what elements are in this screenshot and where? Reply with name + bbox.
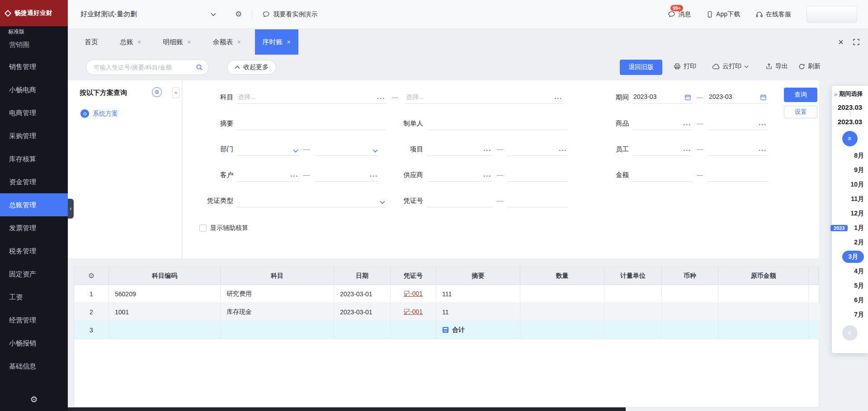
amount-to-input[interactable] bbox=[708, 168, 768, 182]
tab-detail-ledger[interactable]: 明细账 × bbox=[155, 29, 198, 55]
month-item[interactable]: 7月 bbox=[854, 307, 864, 322]
table-row[interactable]: 1 560209 研究费用 2023-03-01 记-001 111 bbox=[74, 285, 819, 303]
tab-home[interactable]: 首页 bbox=[77, 29, 106, 55]
customer-to-field[interactable]: ··· bbox=[316, 168, 379, 182]
sidebar-item-operation[interactable]: 经营管理 bbox=[0, 308, 68, 332]
project-from-picker-icon[interactable]: ··· bbox=[483, 147, 491, 154]
subject-from-field[interactable]: ··· bbox=[237, 90, 386, 104]
department-to-select[interactable] bbox=[316, 142, 379, 156]
period-to-field[interactable] bbox=[708, 90, 768, 104]
table-row[interactable]: 2 1001 库存现金 2023-03-01 记-001 11 bbox=[74, 303, 819, 321]
voucher-link[interactable]: 记-001 bbox=[404, 290, 423, 298]
sidebar-item-marketing[interactable]: 营销圈 bbox=[0, 37, 68, 55]
tab-general-ledger[interactable]: 总账 × bbox=[112, 29, 149, 55]
month-item[interactable]: 1月 bbox=[854, 220, 864, 235]
tab-balance-sheet[interactable]: 余额表 × bbox=[205, 29, 248, 55]
voucher-no-to-field[interactable] bbox=[507, 194, 568, 207]
table-column-settings[interactable]: ⚙ bbox=[74, 267, 109, 285]
amount-from-input[interactable] bbox=[632, 168, 692, 182]
customer-from-picker-icon[interactable]: ··· bbox=[290, 173, 298, 179]
subject-to-picker-icon[interactable]: ··· bbox=[554, 95, 562, 102]
employee-from-picker-icon[interactable]: ··· bbox=[683, 147, 691, 154]
tab-close-icon[interactable]: × bbox=[287, 38, 291, 46]
period-to-input[interactable] bbox=[708, 90, 768, 104]
scroll-months-down-button[interactable]: » bbox=[842, 325, 858, 341]
voucher-type-select[interactable] bbox=[237, 194, 386, 207]
app-download-button[interactable]: App下载 bbox=[706, 10, 740, 19]
column-gear-icon[interactable]: ⚙ bbox=[88, 271, 94, 280]
scroll-months-up-button[interactable]: « bbox=[842, 131, 858, 146]
voucher-type-input[interactable] bbox=[237, 194, 386, 207]
project-from-field[interactable]: ··· bbox=[427, 142, 492, 156]
close-icon[interactable]: × bbox=[838, 37, 844, 47]
col-header-date[interactable]: 日期 bbox=[334, 267, 391, 285]
employee-to-picker-icon[interactable]: ··· bbox=[759, 147, 767, 154]
project-to-field[interactable]: ··· bbox=[507, 142, 568, 156]
subject-from-input[interactable] bbox=[237, 90, 386, 104]
maker-input[interactable] bbox=[427, 117, 568, 130]
scheme-settings-gear-icon[interactable]: ⚙ bbox=[152, 87, 162, 97]
demo-link[interactable]: 我要看实例演示 bbox=[262, 10, 317, 19]
fullscreen-icon[interactable] bbox=[853, 38, 860, 46]
month-item[interactable]: 10月 bbox=[850, 177, 864, 191]
calendar-icon[interactable] bbox=[684, 94, 691, 101]
month-item[interactable]: 6月 bbox=[854, 293, 864, 307]
workspace-selector[interactable]: 好业财测试-量勿删 bbox=[80, 10, 216, 19]
month-item[interactable]: 8月 bbox=[854, 148, 864, 163]
user-account-blurred[interactable] bbox=[807, 6, 857, 23]
sidebar-item-sales[interactable]: 销售管理 bbox=[0, 55, 68, 78]
summary-field[interactable] bbox=[237, 117, 386, 130]
goods-to-picker-icon[interactable]: ··· bbox=[759, 121, 767, 128]
voucher-no-to-input[interactable] bbox=[507, 194, 568, 207]
goods-to-field[interactable]: ··· bbox=[708, 117, 768, 130]
voucher-no-from-field[interactable] bbox=[427, 194, 492, 207]
col-header-unit[interactable]: 计量单位 bbox=[604, 267, 662, 285]
tab-journal-active[interactable]: 序时账 × bbox=[255, 29, 298, 55]
department-from-input[interactable] bbox=[237, 142, 299, 156]
amount-to-field[interactable] bbox=[708, 168, 768, 182]
sidebar-item-tax[interactable]: 税务管理 bbox=[0, 239, 68, 262]
summary-input[interactable] bbox=[237, 117, 386, 130]
customer-from-field[interactable]: ··· bbox=[237, 168, 299, 182]
messages-button[interactable]: 99+ 消息 bbox=[668, 10, 691, 19]
supplier-to-input[interactable] bbox=[507, 168, 568, 182]
month-item[interactable]: 4月 bbox=[854, 264, 864, 278]
cloud-print-button[interactable]: 云打印 bbox=[712, 62, 749, 70]
department-to-input[interactable] bbox=[316, 142, 379, 156]
goods-from-field[interactable]: ··· bbox=[632, 117, 692, 130]
col-header-voucher-no[interactable]: 凭证号 bbox=[391, 267, 436, 285]
employee-from-field[interactable]: ··· bbox=[632, 142, 692, 156]
supplier-from-input[interactable] bbox=[427, 168, 492, 182]
period-from-input[interactable] bbox=[632, 90, 692, 104]
sidebar-item-purchase[interactable]: 采购管理 bbox=[0, 124, 68, 147]
project-to-picker-icon[interactable]: ··· bbox=[559, 147, 567, 154]
sidebar-item-invoice[interactable]: 发票管理 bbox=[0, 216, 68, 239]
col-header-subject-code[interactable]: 科目编码 bbox=[109, 267, 221, 285]
sidebar-item-ecommerce[interactable]: 电商管理 bbox=[0, 101, 68, 124]
voucher-no-from-input[interactable] bbox=[427, 194, 492, 207]
sidebar-item-general-ledger[interactable]: 总账管理 bbox=[0, 193, 68, 216]
customer-to-input[interactable] bbox=[316, 168, 379, 182]
tab-close-icon[interactable]: × bbox=[137, 38, 141, 46]
supplier-from-picker-icon[interactable]: ··· bbox=[483, 173, 491, 179]
online-service-button[interactable]: 在线客服 bbox=[755, 10, 791, 19]
sidebar-item-inventory[interactable]: 库存核算 bbox=[0, 147, 68, 170]
calendar-icon[interactable] bbox=[760, 94, 767, 101]
col-header-subject[interactable]: 科目 bbox=[221, 267, 334, 285]
chevron-down-icon[interactable] bbox=[373, 149, 378, 153]
customer-to-picker-icon[interactable]: ··· bbox=[370, 173, 378, 179]
month-item[interactable]: 9月 bbox=[854, 163, 864, 177]
subject-to-input[interactable] bbox=[405, 90, 563, 104]
month-item[interactable]: 5月 bbox=[854, 278, 864, 293]
sidebar-item-payroll[interactable]: 工资 bbox=[0, 285, 68, 308]
voucher-link[interactable]: 记-001 bbox=[404, 308, 423, 316]
print-button[interactable]: 打印 bbox=[674, 62, 696, 70]
col-header-summary[interactable]: 摘要 bbox=[436, 267, 520, 285]
month-item[interactable]: 11月 bbox=[851, 191, 864, 206]
refresh-button[interactable]: 刷新 bbox=[798, 62, 821, 70]
month-item-selected[interactable]: 3月 bbox=[842, 251, 864, 263]
panel-collapse-icon[interactable]: » bbox=[834, 91, 837, 97]
subject-to-field[interactable]: ··· bbox=[405, 90, 563, 104]
system-scheme-item[interactable]: 系统方案 bbox=[80, 109, 118, 118]
subject-from-picker-icon[interactable]: ··· bbox=[377, 95, 385, 102]
